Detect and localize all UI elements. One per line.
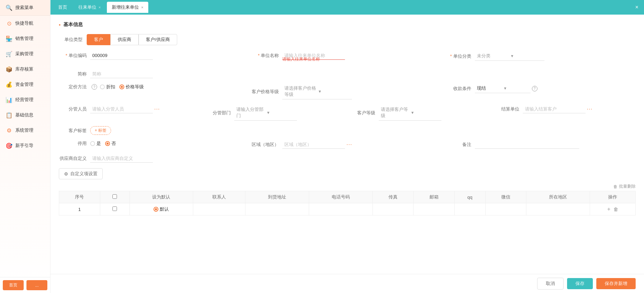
short-name-field: 简称 [59, 70, 636, 78]
sidebar-item-system[interactable]: ⚙ 系统管理 [0, 123, 50, 138]
sidebar-item-guide[interactable]: 🎯 新手引导 [0, 138, 50, 153]
sidebar-home-btn[interactable]: 首页 [3, 280, 24, 290]
disabled-no-label: 否 [111, 140, 116, 147]
add-tag-btn[interactable]: + 标签 [90, 126, 111, 135]
col-region: 所在地区 [526, 191, 590, 203]
sidebar-item-guide-label: 新手引导 [15, 143, 33, 149]
region-more-btn[interactable]: ··· [345, 141, 353, 148]
disabled-yes-radio[interactable] [90, 141, 95, 146]
unit-category-label: 单位分类 [443, 53, 475, 59]
manager-input[interactable] [90, 105, 153, 113]
manager-more-btn[interactable]: ··· [153, 106, 161, 112]
unit-category-chevron: ▼ [510, 54, 542, 58]
short-name-input[interactable] [90, 70, 153, 78]
sidebar-item-operations[interactable]: 📊 经营管理 [0, 92, 50, 107]
row-delete-btn[interactable]: 🗑 [613, 206, 618, 212]
pricing-discount-radio[interactable] [100, 84, 105, 89]
sidebar-item-sales[interactable]: 🏪 销售管理 [0, 31, 50, 46]
window-close-btn[interactable]: × [633, 3, 641, 12]
disabled-no-option[interactable]: 否 [105, 140, 116, 147]
supplier-custom-label: 供应商自定义 [59, 155, 90, 162]
customer-level-label: 客户等级 [347, 110, 379, 116]
sidebar-item-basic-info[interactable]: 📋 基础信息 [0, 107, 50, 123]
sidebar-item-quick-nav[interactable]: ⊙ 快捷导航 [0, 16, 50, 31]
settlement-unit-input[interactable] [523, 105, 586, 113]
select-all-checkbox[interactable] [112, 194, 117, 199]
sidebar-item-finance[interactable]: 💰 资金管理 [0, 77, 50, 92]
tab-partners[interactable]: 往来单位 × [73, 2, 105, 13]
disabled-yes-option[interactable]: 是 [90, 140, 101, 147]
row-select-checkbox[interactable] [112, 206, 117, 211]
pricing-level-option[interactable]: 价格等级 [119, 84, 144, 90]
short-name-label: 简称 [59, 71, 90, 77]
bulk-delete-label[interactable]: 批量删除 [619, 184, 636, 189]
col-default: 设为默认 [129, 191, 193, 203]
col-checkbox [100, 191, 129, 203]
row-address [245, 203, 309, 215]
unit-code-field: 单位编码 [59, 51, 251, 60]
row-default: 默认 [129, 203, 193, 215]
row-region [526, 203, 590, 215]
unit-type-label: 单位类型 [59, 36, 87, 43]
row-actions: + 🗑 [590, 203, 635, 215]
settlement-unit-field: 结算单位 ··· [492, 105, 636, 113]
unit-type-customer-btn[interactable]: 客户 [87, 34, 110, 45]
payment-terms-help[interactable]: ? [532, 86, 537, 91]
row-default-radio[interactable] [154, 207, 158, 212]
basic-info-icon: 📋 [6, 112, 13, 119]
unit-code-input[interactable] [90, 51, 153, 60]
row-checkbox [100, 203, 129, 215]
unit-type-both-btn[interactable]: 客户/供应商 [139, 34, 177, 45]
guide-icon: 🎯 [6, 142, 13, 149]
region-input[interactable] [282, 140, 345, 149]
content-area: ▪ 基本信息 单位类型 客户 供应商 客户/供应商 单位编码 单位名称 请输入往… [50, 15, 644, 274]
settlement-unit-more-btn[interactable]: ··· [586, 106, 594, 112]
pricing-level-label: 价格等级 [126, 84, 144, 90]
cancel-button[interactable]: 取消 [537, 278, 564, 290]
save-button[interactable]: 保存 [567, 278, 593, 289]
tab-home-label: 首页 [58, 4, 67, 10]
customer-tag-label: 客户标签 [59, 128, 90, 134]
sidebar-more-btn[interactable]: ... [26, 280, 47, 290]
supplier-custom-field: 供应商自定义 [59, 154, 636, 163]
tab-new-partner[interactable]: 新增往来单位 × [107, 2, 148, 13]
customer-level-field: 客户等级 请选择客户等级 ▼ [347, 105, 492, 121]
col-address: 到货地址 [245, 191, 309, 203]
row-add-btn[interactable]: + [607, 206, 610, 212]
main-area: 首页 往来单位 × 新增往来单位 × × ▪ 基本信息 单位类型 客户 供应商 … [50, 0, 644, 293]
unit-category-select[interactable]: 未分类 ▼ [475, 51, 544, 61]
sidebar-item-operations-label: 经营管理 [15, 97, 33, 103]
save-new-button[interactable]: 保存并新增 [596, 278, 636, 289]
unit-type-row: 单位类型 客户 供应商 客户/供应商 [59, 34, 636, 45]
pricing-method-help[interactable]: ? [92, 84, 97, 90]
disabled-no-radio[interactable] [105, 141, 110, 146]
custom-settings-btn[interactable]: ⚙ 自定义项设置 [59, 168, 103, 179]
dept-select[interactable]: 请输入分管部门 ▼ [234, 105, 297, 121]
dept-chevron: ▼ [266, 111, 295, 115]
sidebar-item-basic-info-label: 基础信息 [15, 112, 33, 118]
remark-input[interactable] [475, 140, 579, 149]
col-fax: 传真 [372, 191, 414, 203]
pricing-level-radio[interactable] [119, 84, 124, 89]
unit-type-supplier-btn[interactable]: 供应商 [110, 34, 139, 45]
row-phone [309, 203, 373, 215]
tab-new-partner-close[interactable]: × [141, 5, 143, 9]
customer-price-level-label: 客户价格等级 [251, 89, 282, 95]
customer-price-level-select[interactable]: 请选择客户价格等级 ▼ [282, 84, 352, 99]
sidebar-item-purchase[interactable]: 🛒 采购管理 [0, 46, 50, 62]
purchase-icon: 🛒 [6, 50, 13, 57]
sidebar-item-search[interactable]: 🔍 搜索菜单 [0, 0, 50, 16]
tab-partners-close[interactable]: × [99, 5, 101, 9]
disabled-radio-group: 是 否 [90, 140, 116, 147]
supplier-custom-input[interactable] [90, 154, 153, 163]
sidebar-item-inventory[interactable]: 📦 库存核算 [0, 62, 50, 77]
payment-terms-select[interactable]: 现结 ▼ [475, 84, 531, 93]
pricing-discount-label: 折扣 [106, 84, 115, 90]
payment-terms-field: 收款条件 现结 ▼ ? [443, 84, 636, 93]
row-default-radio-item[interactable]: 默认 [133, 206, 190, 212]
row-default-label: 默认 [160, 206, 169, 212]
sidebar-item-system-label: 系统管理 [15, 127, 33, 133]
customer-level-select[interactable]: 请选择客户等级 ▼ [379, 105, 441, 121]
pricing-discount-option[interactable]: 折扣 [100, 84, 115, 90]
tab-home[interactable]: 首页 [53, 2, 72, 13]
